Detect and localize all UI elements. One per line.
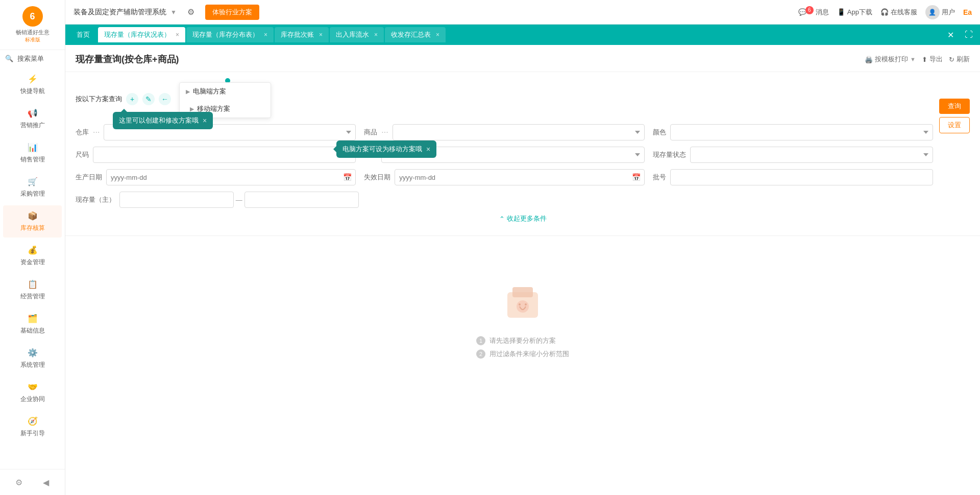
empty-icon	[497, 277, 548, 328]
top-header: 装备及固定资产辅助管理系统 ▼ ⚙ 体验行业方案 💬 6 消息 📱 App下载 …	[65, 0, 980, 25]
system-icon: ⚙️	[27, 347, 38, 359]
empty-tip-2: 2 用过滤条件来缩小分析范围	[476, 349, 569, 359]
user-avatar-btn[interactable]: 👤 用户	[925, 5, 955, 19]
warehouse-label: 仓库	[76, 128, 89, 137]
purchase-icon: 🛒	[27, 176, 38, 187]
tab-close-summary[interactable]: ×	[436, 32, 439, 38]
filter-production-date: 生产日期 📅	[76, 169, 356, 185]
app-download-btn[interactable]: 📱 App下载	[837, 8, 872, 17]
sidebar-item-system[interactable]: ⚙️ 系统管理	[3, 342, 62, 374]
filter-row-3: 生产日期 📅 失效日期 📅	[76, 169, 933, 185]
collapse-row[interactable]: ⌃ 收起更多条件	[76, 210, 970, 227]
tab-close-batch-ledger[interactable]: ×	[319, 32, 323, 38]
batch-input[interactable]	[670, 169, 933, 185]
expand-icon-pc: ▶	[186, 88, 190, 95]
tip-num-1: 1	[476, 336, 485, 345]
print-dropdown-arrow: ▼	[910, 56, 916, 62]
search-button[interactable]: 查询	[939, 99, 970, 114]
sidebar-item-search[interactable]: 🔍 搜索菜单	[0, 50, 65, 67]
warehouse-more-icon[interactable]: ···	[93, 128, 100, 137]
filter-stock-status: 现存量状态	[653, 147, 933, 163]
production-date-from-calendar-icon[interactable]: 📅	[343, 173, 352, 181]
expiry-date-from-input[interactable]	[395, 169, 644, 185]
sidebar-item-sales[interactable]: 📊 销售管理	[3, 137, 62, 169]
filter-goods: 商品 ···	[364, 124, 644, 140]
logo-text: 畅销通好生意 标准版	[16, 29, 50, 43]
trial-button[interactable]: 体验行业方案	[205, 5, 259, 20]
filter-header-label: 按以下方案查询	[76, 95, 122, 104]
sidebar-item-management[interactable]: 📋 经营管理	[3, 274, 62, 306]
edit-scenario-btn[interactable]: ✎	[142, 93, 155, 105]
online-service-btn[interactable]: 🎧 在线客服	[880, 8, 917, 17]
guide-icon: 🧭	[27, 416, 38, 427]
stock-status-select[interactable]	[690, 147, 933, 163]
collapse-sidebar-btn[interactable]: ◀	[38, 475, 54, 490]
tab-bar: 首页 现存量（库存状况表） × 现存量（库存分布表） × 库存批次账 × 出入库…	[65, 25, 980, 45]
online-service-label: 在线客服	[891, 8, 917, 17]
inventory-icon: 📦	[27, 210, 38, 222]
batch-label: 批号	[653, 173, 666, 182]
sidebar-item-guide[interactable]: 🧭 新手引导	[3, 411, 62, 443]
print-btn[interactable]: 🖨️ 按模板打印 ▼	[865, 55, 916, 64]
expiry-date-from-calendar-icon[interactable]: 📅	[632, 173, 641, 181]
tab-inventory-distribution[interactable]: 现存量（库存分布表） ×	[186, 27, 274, 42]
sidebar-item-marketing[interactable]: 📢 营销推广	[3, 103, 62, 135]
stock-qty-min-input[interactable]	[119, 192, 234, 208]
export-btn[interactable]: ⬆ 导出	[922, 55, 943, 64]
tab-close-inventory-status[interactable]: ×	[176, 32, 179, 38]
color-select[interactable]	[670, 124, 933, 140]
page-content: 现存量查询(按仓库+商品) 🖨️ 按模板打印 ▼ ⬆ 导出 ↻ 刷新	[65, 45, 980, 495]
production-date-label: 生产日期	[76, 173, 102, 182]
expiry-date-label: 失效日期	[364, 173, 390, 182]
phone-icon: 📱	[837, 8, 845, 16]
tooltip1-close[interactable]: ×	[426, 145, 430, 153]
sidebar-item-purchase[interactable]: 🛒 采购管理	[3, 171, 62, 203]
system-name[interactable]: 装备及固定资产辅助管理系统 ▼	[74, 8, 177, 17]
cooperation-icon: 🤝	[27, 382, 38, 393]
goods-more-icon[interactable]: ···	[381, 128, 388, 137]
tab-inventory-status[interactable]: 现存量（库存状况表） ×	[98, 27, 185, 42]
scenario-item-pc[interactable]: ▶ 电脑端方案	[180, 83, 271, 100]
user-label: 用户	[942, 8, 955, 17]
size-label: 尺码	[76, 150, 89, 159]
tab-summary[interactable]: 收发存汇总表 ×	[385, 27, 446, 42]
logo-icon: 6	[22, 6, 43, 27]
main-content: 装备及固定资产辅助管理系统 ▼ ⚙ 体验行业方案 💬 6 消息 📱 App下载 …	[65, 0, 980, 495]
refresh-btn[interactable]: ↻ 刷新	[949, 55, 970, 64]
back-scenario-btn[interactable]: ←	[159, 93, 171, 105]
tab-batch-ledger[interactable]: 库存批次账 ×	[275, 27, 329, 42]
tooltip2-close[interactable]: ×	[203, 116, 207, 125]
tab-in-out-flow[interactable]: 出入库流水 ×	[330, 27, 384, 42]
settings-bottom-btn[interactable]: ⚙	[11, 475, 27, 490]
message-btn[interactable]: 💬 6 消息	[798, 8, 829, 17]
page-title: 现存量查询(按仓库+商品)	[76, 53, 179, 65]
production-date-from-input[interactable]	[106, 169, 356, 185]
tip-text-1: 请先选择要分析的方案	[489, 336, 556, 345]
goods-select[interactable]	[393, 124, 645, 140]
svg-point-3	[519, 303, 521, 305]
finance-icon: 💰	[27, 245, 38, 256]
empty-tips: 1 请先选择要分析的方案 2 用过滤条件来缩小分析范围	[476, 336, 569, 359]
sidebar-item-finance[interactable]: 💰 资金管理	[3, 240, 62, 272]
tab-close-all-btn[interactable]: ✕	[943, 28, 958, 42]
sidebar-item-inventory[interactable]: 📦 库存核算	[3, 205, 62, 238]
sidebar-item-basic[interactable]: 🗂️ 基础信息	[3, 308, 62, 340]
goods-label: 商品	[364, 128, 377, 137]
production-date-from-wrap: 📅	[106, 169, 356, 185]
stock-qty-max-input[interactable]	[244, 192, 359, 208]
sidebar-item-quick[interactable]: ⚡ 快捷导航	[3, 68, 62, 101]
tab-bar-right: ✕ ⛶	[943, 28, 976, 42]
tab-fullscreen-btn[interactable]: ⛶	[962, 28, 976, 42]
add-scenario-btn[interactable]: +	[126, 93, 138, 105]
empty-tip-1: 1 请先选择要分析的方案	[476, 336, 569, 345]
svg-point-2	[517, 300, 529, 313]
tab-home[interactable]: 首页	[69, 27, 97, 42]
sidebar-item-cooperation[interactable]: 🤝 企业协同	[3, 376, 62, 409]
tab-close-in-out-flow[interactable]: ×	[374, 32, 378, 38]
collapse-icon: ⌃	[499, 215, 505, 223]
size-select[interactable]	[93, 147, 356, 163]
settings-gear-btn[interactable]: ⚙	[183, 4, 199, 20]
sales-icon: 📊	[27, 142, 38, 153]
filter-settings-button[interactable]: 设置	[939, 117, 970, 133]
tab-close-inventory-distribution[interactable]: ×	[264, 32, 267, 38]
